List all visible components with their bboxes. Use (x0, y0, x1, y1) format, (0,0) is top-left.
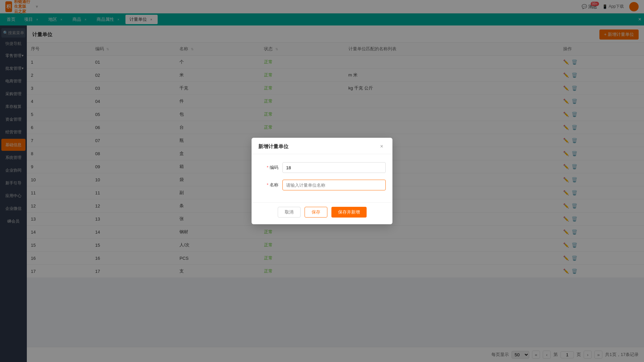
form-row-code: * 编码 (258, 162, 386, 173)
add-unit-modal: 新增计量单位 × * 编码 * 名称 取消 保存 保存并新增 (252, 138, 392, 224)
modal-close-button[interactable]: × (378, 142, 386, 150)
modal-header: 新增计量单位 × (252, 138, 392, 154)
name-input[interactable] (282, 180, 386, 190)
modal-overlay[interactable]: 新增计量单位 × * 编码 * 名称 取消 保存 保存并新增 (0, 0, 644, 362)
code-input[interactable] (282, 162, 386, 173)
code-label: * 编码 (258, 165, 278, 171)
form-row-name: * 名称 (258, 180, 386, 190)
required-star: * (267, 165, 268, 170)
modal-footer: 取消 保存 保存并新增 (252, 202, 392, 224)
modal-title: 新增计量单位 (258, 143, 288, 150)
save-button[interactable]: 保存 (305, 207, 327, 218)
required-star-name: * (267, 182, 268, 187)
cancel-button[interactable]: 取消 (278, 207, 301, 218)
save-and-new-button[interactable]: 保存并新增 (331, 207, 367, 218)
name-label: * 名称 (258, 182, 278, 188)
modal-body: * 编码 * 名称 (252, 154, 392, 202)
